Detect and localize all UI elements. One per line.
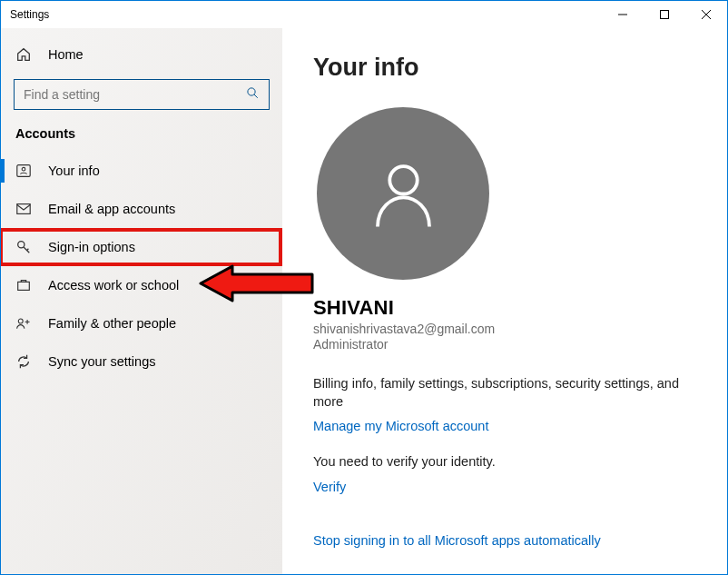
- svg-line-5: [254, 94, 258, 98]
- user-email: shivanishrivastava2@gmail.com: [313, 322, 705, 336]
- user-name: SHIVANI: [313, 296, 705, 320]
- svg-point-4: [248, 87, 255, 94]
- manage-account-link[interactable]: Manage my Microsoft account: [313, 419, 488, 433]
- nav-label: Access work or school: [48, 278, 179, 292]
- minimize-button[interactable]: [602, 1, 644, 28]
- nav-family-people[interactable]: Family & other people: [1, 304, 282, 342]
- page-title: Your info: [313, 54, 705, 82]
- section-header: Accounts: [1, 124, 282, 152]
- mail-icon: [15, 201, 32, 217]
- main-content: Your info SHIVANI shivanishrivastava2@gm…: [282, 28, 727, 574]
- billing-text: Billing info, family settings, subscript…: [313, 375, 705, 411]
- person-badge-icon: [15, 163, 32, 179]
- sync-icon: [15, 353, 32, 370]
- search-box[interactable]: [14, 79, 270, 110]
- person-icon: [360, 151, 447, 237]
- close-button[interactable]: [685, 1, 727, 28]
- svg-point-13: [18, 319, 23, 323]
- svg-rect-1: [661, 11, 669, 19]
- nav-your-info[interactable]: Your info: [1, 152, 282, 190]
- verify-prompt: You need to verify your identity.: [313, 453, 705, 471]
- svg-line-11: [27, 249, 29, 251]
- nav-label: Sync your settings: [48, 354, 155, 369]
- user-role: Administrator: [313, 337, 705, 352]
- svg-point-9: [18, 242, 25, 248]
- search-input[interactable]: [24, 87, 246, 102]
- nav-label: Sign-in options: [48, 240, 135, 254]
- maximize-button[interactable]: [644, 1, 685, 28]
- sidebar: Home Accounts Your info Email & app acco…: [1, 28, 282, 574]
- home-icon: [15, 46, 32, 63]
- svg-rect-8: [17, 204, 30, 214]
- home-label: Home: [48, 47, 84, 62]
- window-title: Settings: [10, 8, 49, 21]
- search-icon: [246, 86, 260, 104]
- people-icon: [15, 315, 32, 332]
- svg-point-16: [389, 166, 417, 193]
- nav-label: Family & other people: [48, 316, 176, 331]
- nav-sign-in-options[interactable]: Sign-in options: [0, 228, 282, 266]
- nav-email-accounts[interactable]: Email & app accounts: [1, 190, 282, 228]
- key-icon: [15, 239, 32, 255]
- nav-label: Your info: [48, 164, 100, 178]
- svg-point-7: [22, 167, 25, 171]
- svg-line-10: [24, 247, 29, 253]
- avatar: [317, 107, 489, 280]
- titlebar: Settings: [1, 1, 727, 28]
- stop-signin-link[interactable]: Stop signing in to all Microsoft apps au…: [313, 533, 601, 548]
- window-controls: [602, 1, 727, 28]
- verify-link[interactable]: Verify: [313, 480, 346, 494]
- nav-sync-settings[interactable]: Sync your settings: [1, 342, 282, 381]
- nav-label: Email & app accounts: [48, 202, 175, 216]
- home-nav[interactable]: Home: [1, 37, 282, 72]
- nav-access-work-school[interactable]: Access work or school: [1, 266, 282, 304]
- svg-rect-12: [18, 282, 30, 290]
- briefcase-icon: [15, 277, 32, 293]
